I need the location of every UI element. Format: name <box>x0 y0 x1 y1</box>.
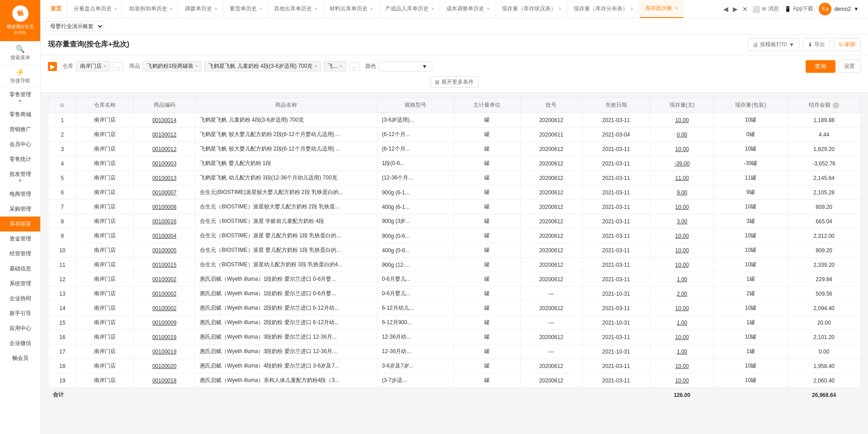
sidebar-item-retail-shop[interactable]: 零售商城 <box>0 107 41 122</box>
sidebar-quick-nav[interactable]: ⚡ 快捷导航 <box>0 65 41 87</box>
sidebar-logo[interactable]: 畅 畅捷通好生意 标准版 <box>0 0 41 41</box>
sidebar-item-retail-mgmt[interactable]: 零售管理 ▼ <box>0 87 41 107</box>
sidebar-item-basic[interactable]: 基础信息 <box>0 261 41 276</box>
sidebar-item-purchase[interactable]: 采购管理 <box>0 202 41 217</box>
message-btn[interactable]: ✉ 消息 <box>762 5 779 13</box>
cell-qty-main[interactable]: 10.00 <box>650 142 714 156</box>
cell-code[interactable]: 00100002 <box>134 287 195 301</box>
tab-inventory-count[interactable]: 分量盘点单历史 × <box>68 0 123 18</box>
cell-qty-main[interactable]: 0.00 <box>650 127 714 142</box>
cell-qty-main[interactable]: 2.00 <box>650 287 714 301</box>
close-tab-icon[interactable]: ✕ <box>741 5 750 14</box>
sidebar-item-warehouse[interactable]: 库存核算 <box>0 217 41 231</box>
cell-code[interactable]: 00100004 <box>134 229 195 243</box>
cell-code[interactable]: 00100014 <box>134 113 195 127</box>
tab-other-out[interactable]: 其他出库单历史 × <box>269 0 323 18</box>
close-icon[interactable]: × <box>675 6 678 11</box>
cell-qty-main[interactable]: 9.00 <box>650 185 714 200</box>
amount-info-icon[interactable]: i <box>833 102 839 108</box>
maximize-icon[interactable]: ⬜ <box>750 5 762 14</box>
sidebar-search-menu[interactable]: 🔍 搜索菜单 <box>0 41 41 65</box>
filter-expand-arrow[interactable]: ▶ <box>48 62 57 71</box>
tab-stock-status[interactable]: 现存量（库存状况表） × <box>496 0 567 18</box>
cell-code[interactable]: 00100019 <box>134 330 195 344</box>
cell-code[interactable]: 00100008 <box>134 200 195 214</box>
cell-qty-main[interactable]: 10.00 <box>650 113 714 127</box>
tab-batch-account[interactable]: 库存批次账 × <box>640 0 684 18</box>
close-icon[interactable]: × <box>487 6 490 11</box>
app-download-btn[interactable]: 📱 App下载 <box>784 5 813 13</box>
cell-code[interactable]: 00100003 <box>134 156 195 171</box>
sidebar-item-ecommerce[interactable]: 电商管理 <box>0 187 41 202</box>
close-icon[interactable]: × <box>170 6 173 11</box>
tab-stock-dist[interactable]: 现存量（库存分布表） × <box>568 0 639 18</box>
sidebar-item-member[interactable]: 会员中心 <box>0 137 41 152</box>
cell-qty-main[interactable]: 1.00 <box>650 344 714 359</box>
cell-code[interactable]: 00100002 <box>134 301 195 316</box>
prev-tab-icon[interactable]: ◀ <box>722 5 730 14</box>
cell-qty-main[interactable]: 10.00 <box>650 229 714 243</box>
tab-assembly[interactable]: 组装拆卸单历史 × <box>124 0 179 18</box>
cell-code[interactable]: 00100002 <box>134 272 195 287</box>
warehouse-selector-dropdown[interactable]: 母婴行业演示账套 <box>45 21 104 31</box>
cell-qty-main[interactable]: 10.00 <box>650 258 714 272</box>
close-icon[interactable]: × <box>215 6 217 11</box>
cell-qty-main[interactable]: 10.00 <box>650 373 714 388</box>
tab-material-out[interactable]: 材料出库单历史 × <box>324 0 379 18</box>
cell-qty-main[interactable]: 1.00 <box>650 316 714 330</box>
sidebar-item-wechat[interactable]: 企业微信 <box>0 336 41 351</box>
warehouse-filter-more[interactable]: ... <box>113 62 124 71</box>
cell-code[interactable]: 00100012 <box>134 127 195 142</box>
close-icon[interactable]: × <box>559 6 561 11</box>
sidebar-item-finance[interactable]: 资金管理 <box>0 231 41 246</box>
cell-qty-main[interactable]: 1.00 <box>650 272 714 287</box>
cell-qty-main[interactable]: 10.00 <box>650 243 714 258</box>
cell-qty-main[interactable]: -39.00 <box>650 156 714 171</box>
cell-code[interactable]: 00100015 <box>134 258 195 272</box>
close-icon[interactable]: × <box>315 6 317 11</box>
sidebar-item-appcenter[interactable]: 应用中心 <box>0 321 41 336</box>
sidebar-item-retail-stats[interactable]: 零售统计 <box>0 152 41 167</box>
warehouse-tag-remove[interactable]: × <box>104 64 106 69</box>
export-button[interactable]: ⬇ 导出 <box>803 38 830 51</box>
cell-qty-main[interactable]: 10.00 <box>650 359 714 373</box>
sidebar-item-marketing[interactable]: 营销推广 <box>0 122 41 137</box>
cell-code[interactable]: 00100019 <box>134 344 195 359</box>
cell-qty-main[interactable]: 11.00 <box>650 171 714 185</box>
cell-qty-main[interactable]: 3.00 <box>650 214 714 229</box>
cell-code[interactable]: 00100020 <box>134 359 195 373</box>
warehouse-filter-tag[interactable]: 南岸门店 × <box>76 61 110 71</box>
close-icon[interactable]: × <box>370 6 373 11</box>
close-icon[interactable]: × <box>631 6 633 11</box>
sidebar-item-system[interactable]: 系统管理 <box>0 276 41 291</box>
tab-order[interactable]: 要货单历史 × <box>224 0 268 18</box>
refresh-button[interactable]: ↻ 刷新 <box>834 38 861 51</box>
th-gear[interactable]: ⚙ <box>48 98 77 113</box>
product-filter-tag-2[interactable]: 飞鹤星飞帆 儿童奶粉 4段(3-6岁适用) 700克 × <box>204 61 321 71</box>
tab-product-in[interactable]: 产成品入库单历史 × <box>380 0 440 18</box>
tab-home[interactable]: 首页 <box>45 0 67 18</box>
template-print-button[interactable]: 🖨 按模板打印 ▼ <box>748 38 799 51</box>
sidebar-item-member2[interactable]: 畅会员 <box>0 351 41 366</box>
sidebar-item-operations[interactable]: 经营管理 <box>0 246 41 261</box>
tab-transfer[interactable]: 调拨单历史 × <box>179 0 223 18</box>
sidebar-item-guide[interactable]: 新手引导 <box>0 306 41 321</box>
cell-qty-main[interactable]: 10.00 <box>650 301 714 316</box>
cell-code[interactable]: 00100016 <box>134 214 195 229</box>
close-icon[interactable]: × <box>259 6 262 11</box>
cell-qty-main[interactable]: 10.00 <box>650 200 714 214</box>
product-tag-2-remove[interactable]: × <box>314 64 317 69</box>
product-filter-tag-3[interactable]: 飞... × <box>324 61 346 71</box>
product-tag-1-remove[interactable]: × <box>195 64 198 69</box>
tab-cost-adjust[interactable]: 成本调整单历史 × <box>441 0 495 18</box>
query-button[interactable]: 查询 <box>806 60 835 73</box>
color-filter-dropdown[interactable]: ▼ <box>379 61 432 71</box>
cell-qty-main[interactable]: 10.00 <box>650 330 714 344</box>
close-icon[interactable]: × <box>114 6 117 11</box>
product-tag-3-remove[interactable]: × <box>340 64 342 69</box>
cell-code[interactable]: 00100013 <box>134 171 195 185</box>
cell-code[interactable]: 00100012 <box>134 142 195 156</box>
product-filter-tag-1[interactable]: 飞鹤奶粉3段两罐装 × <box>143 61 202 71</box>
sidebar-item-enterprise[interactable]: 企业协同 <box>0 291 41 306</box>
cell-code[interactable]: 00100005 <box>134 243 195 258</box>
